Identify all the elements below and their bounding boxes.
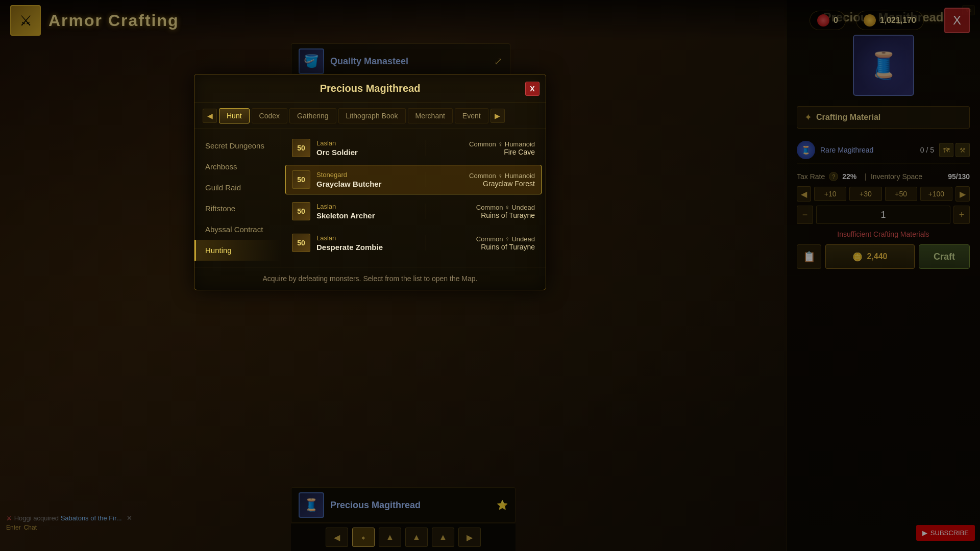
- tab-right-arrow[interactable]: ▶: [491, 109, 505, 123]
- tab-merchant[interactable]: Merchant: [408, 108, 453, 123]
- entry-meta: Common ♀ Undead Ruins of Turayne: [432, 204, 535, 219]
- entry-info: Laslan Orc Soldier: [316, 139, 420, 157]
- level-badge: 50: [292, 234, 310, 252]
- modal-body: Secret Dungeons Archboss Guild Raid Rift…: [194, 129, 546, 267]
- modal-close-button[interactable]: X: [525, 82, 540, 96]
- modal-list: 50 Laslan Orc Soldier Common ♀ Humanoid …: [281, 129, 546, 267]
- sidebar-item-guild-raid[interactable]: Guild Raid: [194, 177, 281, 198]
- modal-sidebar: Secret Dungeons Archboss Guild Raid Rift…: [194, 129, 281, 267]
- list-item[interactable]: 50 Laslan Skeleton Archer Common ♀ Undea…: [285, 196, 542, 226]
- tab-hunt[interactable]: Hunt: [219, 108, 250, 123]
- list-item[interactable]: 50 Laslan Orc Soldier Common ♀ Humanoid …: [285, 133, 542, 163]
- sidebar-item-riftstone[interactable]: Riftstone: [194, 198, 281, 219]
- entry-info: Laslan Skeleton Archer: [316, 203, 420, 220]
- entry-info: Laslan Desperate Zombie: [316, 234, 420, 252]
- tab-gathering[interactable]: Gathering: [289, 108, 336, 123]
- entry-meta: Common ♀ Humanoid Fire Cave: [432, 140, 535, 156]
- level-badge: 50: [292, 170, 310, 189]
- tab-left-arrow[interactable]: ◀: [203, 109, 217, 123]
- modal-footer-text: Acquire by defeating monsters. Select fr…: [263, 274, 478, 283]
- sidebar-item-archboss[interactable]: Archboss: [194, 156, 281, 177]
- sidebar-item-secret-dungeons[interactable]: Secret Dungeons: [194, 135, 281, 156]
- sidebar-item-abyssal-contract[interactable]: Abyssal Contract: [194, 219, 281, 240]
- entry-meta: Common ♀ Undead Ruins of Turayne: [432, 235, 535, 251]
- entry-meta: Common ♀ Humanoid Grayclaw Forest: [432, 172, 535, 188]
- tab-codex[interactable]: Codex: [252, 108, 287, 123]
- sidebar-item-hunting[interactable]: Hunting: [194, 240, 281, 261]
- entry-divider: [426, 204, 426, 219]
- precious-magithread-modal: Precious Magithread X ◀ Hunt Codex Gathe…: [194, 74, 546, 290]
- modal-title: Precious Magithread: [320, 83, 421, 94]
- modal-tabs: ◀ Hunt Codex Gathering Lithograph Book M…: [194, 103, 546, 129]
- modal-header: Precious Magithread X: [194, 74, 546, 103]
- modal-footer: Acquire by defeating monsters. Select fr…: [194, 267, 546, 290]
- level-badge: 50: [292, 202, 310, 220]
- tab-event[interactable]: Event: [455, 108, 488, 123]
- entry-divider: [426, 140, 426, 156]
- list-item[interactable]: 50 Stonegard Grayclaw Butcher Common ♀ H…: [285, 165, 542, 194]
- list-item[interactable]: 50 Laslan Desperate Zombie Common ♀ Unde…: [285, 228, 542, 258]
- level-badge: 50: [292, 139, 310, 157]
- entry-divider: [426, 235, 426, 251]
- entry-divider: [426, 172, 426, 187]
- entry-info: Stonegard Grayclaw Butcher: [316, 171, 420, 188]
- tab-lithograph[interactable]: Lithograph Book: [338, 108, 406, 123]
